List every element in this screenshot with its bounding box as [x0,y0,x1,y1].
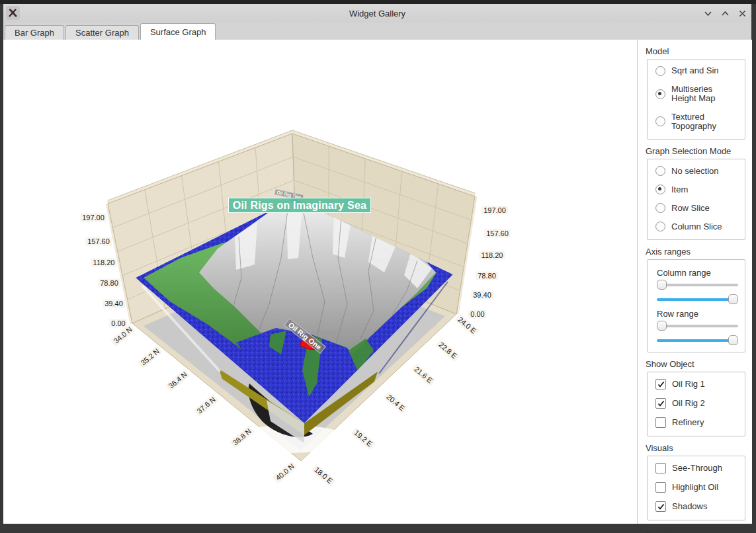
checkbox-oil-rig-2[interactable]: Oil Rig 2 [655,398,739,409]
slider-track-filled[interactable] [657,339,738,342]
chevron-down-icon [704,9,712,18]
radio-icon[interactable] [655,222,665,231]
row-range-max-slider[interactable] [657,335,738,345]
checkbox-label: Oil Rig 2 [672,399,705,408]
axis-ranges-group: Column range Row range [647,259,745,352]
radio-icon-checked[interactable] [655,184,665,194]
selection-mode-group-label: Graph Selection Mode [646,146,752,156]
close-icon [738,9,747,18]
row-range-min-slider[interactable] [657,321,738,331]
row-range-label: Row range [657,309,738,319]
checkbox-icon-checked[interactable] [655,379,666,390]
checkbox-label: Shadows [672,502,707,511]
radio-row-slice[interactable]: Row Slice [655,203,739,213]
radio-icon-checked[interactable] [655,89,665,99]
slider-track[interactable] [657,325,738,327]
altitude-tick-left: 0.00 [109,319,127,328]
checkbox-icon-checked[interactable] [655,501,666,512]
altitude-tick-right: 78.80 [476,272,498,280]
slider-handle[interactable] [657,321,667,331]
control-panel: Model Sqrt and Sin Multiseries Height Ma… [637,40,752,524]
visuals-group: See-Through Highlight Oil Shadows [647,456,745,520]
selection-mode-group: No selection Item Row Slice Column Slice [647,159,745,240]
altitude-tick-left: 118.20 [91,259,117,267]
checkbox-icon[interactable] [655,417,666,428]
checkbox-highlight-oil[interactable]: Highlight Oil [655,482,739,493]
radio-item[interactable]: Item [655,184,739,194]
radio-label: Textured Topography [671,112,739,132]
altitude-tick-right: 118.20 [480,251,505,260]
checkbox-icon-checked[interactable] [655,398,666,409]
check-icon [657,503,665,511]
slider-handle[interactable] [657,280,667,290]
x11-logo-icon [8,8,18,18]
tab-surface-graph-label: Surface Graph [150,27,206,37]
altitude-tick-right: 39.40 [471,291,493,300]
model-group: Sqrt and Sin Multiseries Height Map Text… [647,59,745,140]
radio-label: No selection [671,167,719,176]
radio-sqrt-and-sin[interactable]: Sqrt and Sin [655,66,739,76]
radio-multiseries-height-map[interactable]: Multiseries Height Map [655,85,739,104]
radio-icon[interactable] [655,203,665,213]
chart-title: Oil Rigs on Imaginary Sea [228,198,371,213]
altitude-tick-left: 78.80 [98,279,120,288]
window-frame: Widget Gallery Bar Graph Scatter Graph S… [0,0,756,533]
tab-scatter-graph-label: Scatter Graph [75,28,129,38]
checkbox-icon[interactable] [655,482,666,493]
maximize-button[interactable] [720,8,730,19]
altitude-tick-right: 197.00 [482,206,508,215]
altitude-tick-left: 39.40 [103,300,125,308]
radio-label: Multiseries Height Map [671,85,739,104]
minimize-button[interactable] [702,8,713,19]
altitude-tick-left: 197.00 [80,214,106,222]
radio-icon[interactable] [655,116,665,126]
titlebar[interactable]: Widget Gallery [3,4,751,22]
visuals-group-label: Visuals [646,443,752,453]
column-range-min-slider[interactable] [657,280,738,290]
window-title: Widget Gallery [3,9,751,19]
model-group-label: Model [646,46,752,56]
radio-label: Item [671,185,688,194]
radio-label: Column Slice [671,222,722,231]
slider-handle[interactable] [728,294,738,304]
show-object-group-label: Show Object [646,359,752,369]
radio-textured-topography[interactable]: Textured Topography [655,112,739,132]
column-range-label: Column range [657,268,738,278]
altitude-tick-left: 157.60 [85,237,112,246]
show-object-group: Oil Rig 1 Oil Rig 2 Refinery [647,372,745,436]
surface-graph-page: Oil Rig Two Oil Rigs on Imaginary Sea Oi… [3,40,751,524]
checkbox-shadows[interactable]: Shadows [655,501,739,512]
close-button[interactable] [737,8,747,19]
radio-icon[interactable] [655,66,665,76]
check-icon [657,400,665,407]
surface-3d-chart[interactable]: Oil Rig Two Oil Rigs on Imaginary Sea Oi… [3,40,635,524]
altitude-tick-right: 0.00 [468,310,486,319]
column-range-max-slider[interactable] [657,294,738,304]
slider-track-filled[interactable] [657,298,738,301]
checkbox-label: Oil Rig 1 [672,380,705,389]
slider-track[interactable] [657,284,738,286]
radio-label: Sqrt and Sin [671,66,719,75]
checkbox-label: Highlight Oil [672,483,718,492]
tab-bar: Bar Graph Scatter Graph Surface Graph [3,22,751,40]
chevron-up-icon [721,9,730,18]
checkbox-oil-rig-1[interactable]: Oil Rig 1 [655,379,739,390]
app-icon [6,6,20,20]
checkbox-icon[interactable] [655,463,666,473]
check-icon [657,381,665,388]
checkbox-see-through[interactable]: See-Through [655,463,739,473]
axis-ranges-group-label: Axis ranges [646,247,752,257]
tab-bar-graph-label: Bar Graph [15,28,54,38]
slider-handle[interactable] [728,335,738,345]
checkbox-label: Refinery [672,418,704,427]
tab-surface-graph[interactable]: Surface Graph [140,23,216,40]
checkbox-refinery[interactable]: Refinery [655,417,739,428]
tab-bar-graph[interactable]: Bar Graph [5,25,64,40]
radio-column-slice[interactable]: Column Slice [655,222,739,231]
radio-no-selection[interactable]: No selection [655,166,739,176]
radio-label: Row Slice [671,204,710,213]
radio-icon[interactable] [655,166,665,176]
checkbox-label: See-Through [672,464,722,473]
altitude-tick-right: 157.60 [484,229,511,238]
tab-scatter-graph[interactable]: Scatter Graph [65,25,139,40]
